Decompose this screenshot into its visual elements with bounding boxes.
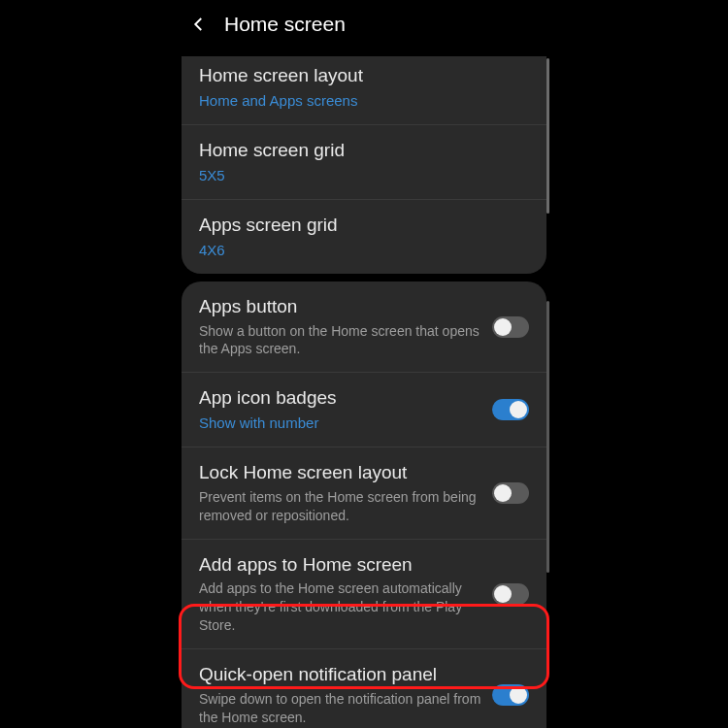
row-subtitle: Prevent items on the Home screen from be…	[199, 488, 482, 525]
row-apps-button[interactable]: Apps button Show a button on the Home sc…	[182, 281, 546, 373]
row-add-apps-to-home[interactable]: Add apps to Home screen Add apps to the …	[182, 540, 546, 649]
row-title: Home screen grid	[199, 139, 519, 163]
row-title: App icon badges	[199, 386, 482, 411]
back-button[interactable]	[185, 11, 213, 38]
page-title: Home screen	[224, 13, 346, 36]
row-title: Apps screen grid	[199, 214, 519, 238]
row-title: Add apps to Home screen	[199, 553, 482, 578]
phone-screen: Home screen Home screen layout Home and …	[172, 0, 556, 728]
row-subtitle: Home and Apps screens	[199, 91, 519, 111]
toggle-apps-button[interactable]	[492, 316, 529, 338]
settings-card-options: Apps button Show a button on the Home sc…	[182, 281, 546, 728]
row-home-screen-layout[interactable]: Home screen layout Home and Apps screens	[182, 56, 546, 125]
toggle-lock-layout[interactable]	[492, 482, 529, 504]
row-app-icon-badges[interactable]: App icon badges Show with number	[182, 373, 546, 447]
toggle-app-icon-badges[interactable]	[492, 399, 529, 420]
row-subtitle: 4X6	[199, 241, 519, 260]
row-subtitle: Show a button on the Home screen that op…	[199, 322, 482, 359]
row-title: Apps button	[199, 295, 482, 319]
header: Home screen	[172, 0, 556, 49]
row-quick-open-notification-panel[interactable]: Quick-open notification panel Swipe down…	[182, 649, 546, 728]
row-title: Home screen layout	[199, 64, 519, 88]
row-subtitle: 5X5	[199, 166, 519, 185]
scrollbar[interactable]	[546, 301, 549, 573]
row-lock-home-screen-layout[interactable]: Lock Home screen layout Prevent items on…	[182, 447, 546, 539]
row-subtitle: Show with number	[199, 414, 482, 433]
toggle-quick-open-panel[interactable]	[492, 684, 529, 706]
toggle-add-apps[interactable]	[492, 583, 529, 605]
settings-card-layout: Home screen layout Home and Apps screens…	[182, 56, 546, 274]
row-apps-screen-grid[interactable]: Apps screen grid 4X6	[182, 200, 546, 274]
row-title: Quick-open notification panel	[199, 663, 482, 687]
scrollbar[interactable]	[546, 58, 549, 214]
row-subtitle: Swipe down to open the notification pane…	[199, 690, 482, 727]
chevron-left-icon	[190, 16, 208, 33]
row-title: Lock Home screen layout	[199, 461, 482, 485]
row-subtitle: Add apps to the Home screen automaticall…	[199, 579, 482, 635]
row-home-screen-grid[interactable]: Home screen grid 5X5	[182, 125, 546, 200]
settings-scroll[interactable]: Home screen layout Home and Apps screens…	[172, 49, 556, 728]
